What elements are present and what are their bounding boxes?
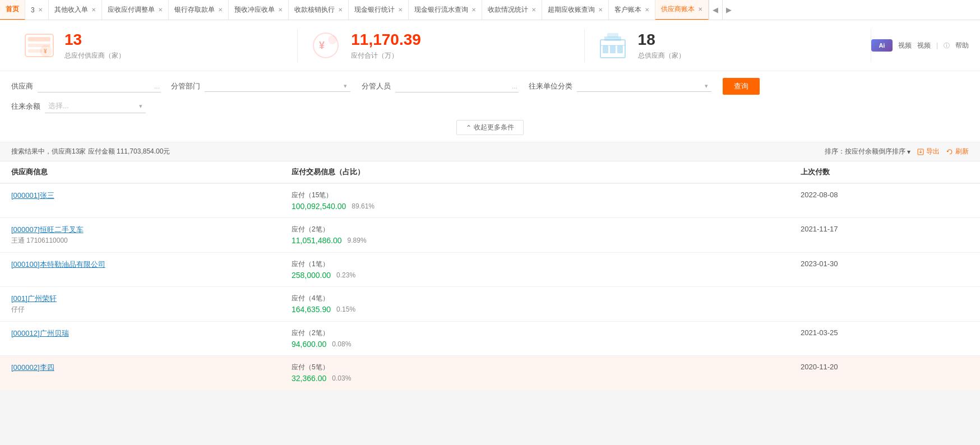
video-link[interactable]: 视频 [898, 41, 912, 50]
filter-supplier: 供应商 ... [11, 80, 160, 92]
svg-text:¥: ¥ [319, 40, 325, 51]
nav-tab-customer-ledger[interactable]: 客户账本 ✕ [609, 0, 655, 20]
close-icon[interactable]: ✕ [158, 7, 163, 13]
close-icon[interactable]: ✕ [91, 7, 96, 13]
close-icon[interactable]: ✕ [645, 7, 649, 13]
nav-tab-label: 现金银行流水查询 [414, 5, 468, 15]
help-icon: ⓘ [944, 41, 950, 50]
nav-prev-arrow[interactable]: ◀ [709, 0, 722, 20]
refresh-label: 刷新 [955, 147, 969, 156]
balance-filter-select[interactable]: 选择... ▾ [45, 99, 146, 113]
collapse-icon: ⌃ [466, 124, 471, 132]
export-icon [917, 149, 924, 155]
last-pay-date: 2020-11-20 [801, 363, 838, 371]
nav-tab-prepay-offset[interactable]: 预收冲应收单 ✕ [229, 0, 289, 20]
person-filter-label: 分管人员 [362, 81, 391, 91]
close-icon[interactable]: ✕ [278, 7, 283, 13]
table-row: [000007]恒旺二手叉车 王通 17106110000 应付（2笔） 11,… [0, 218, 980, 253]
nav-tab-label: 应收应付调整单 [108, 5, 155, 15]
tx-percent: 0.03% [332, 374, 351, 382]
supplier-cell: [000100]本特勒油品有限公司 [11, 259, 292, 280]
video-label[interactable]: 视频 [917, 41, 931, 50]
supplier-link[interactable]: [000001]张三 [11, 191, 292, 201]
col-header-supplier: 供应商信息 [11, 167, 292, 177]
close-icon[interactable]: ✕ [598, 7, 603, 13]
person-filter-input[interactable] [395, 80, 519, 92]
filter-row-2: 往来余额 选择... ▾ [11, 99, 969, 113]
close-icon[interactable]: ✕ [698, 6, 702, 12]
supplier-link[interactable]: [001]广州荣轩 [11, 294, 292, 304]
tx-cell: 应付（2笔） 11,051,486.00 9.89% [292, 225, 801, 245]
stat-block-ap-suppliers: ¥ 13 总应付供应商（家） [11, 29, 298, 62]
filter-area: 供应商 ... 分管部门 ▾ 分管人员 ... 往来单位分类 ▾ 查询 [0, 71, 980, 142]
close-icon[interactable]: ✕ [471, 7, 476, 13]
refresh-button[interactable]: 刷新 [946, 147, 969, 156]
tx-cell: 应付（5笔） 32,366.00 0.03% [292, 363, 801, 383]
refresh-icon [946, 149, 953, 155]
result-bar: 搜索结果中，供应商13家 应付金额 111,703,854.00元 排序：按应付… [0, 142, 980, 161]
collapse-label: 收起更多条件 [474, 123, 514, 132]
tx-row: 94,600.00 0.08% [292, 340, 801, 349]
nav-tab-label: 现金银行统计 [354, 5, 395, 15]
help-label[interactable]: 帮助 [955, 41, 969, 50]
ai-badge[interactable]: Ai [871, 39, 893, 52]
balance-select-placeholder: 选择... [48, 101, 139, 111]
close-icon[interactable]: ✕ [38, 7, 43, 13]
tx-percent: 89.61% [352, 202, 375, 210]
close-icon[interactable]: ✕ [531, 7, 536, 13]
close-icon[interactable]: ✕ [218, 7, 223, 13]
nav-tab-label: 3 [31, 6, 35, 14]
nav-tab-receipt-stat[interactable]: 收款情况统计 ✕ [482, 0, 542, 20]
stat-info-total-suppliers: 18 总供应商（家） [638, 31, 685, 61]
nav-tab-label: 收款核销执行 [294, 5, 335, 15]
ap-total-icon: ¥ [309, 29, 343, 62]
nav-tab-cash-flow-query[interactable]: 现金银行流水查询 ✕ [409, 0, 482, 20]
nav-tab-ar-ap-adjust[interactable]: 应收应付调整单 ✕ [102, 0, 169, 20]
nav-tab-home[interactable]: 首页 [0, 0, 25, 20]
nav-tab-bank-deposit[interactable]: 银行存取款单 ✕ [169, 0, 229, 20]
close-icon[interactable]: ✕ [398, 7, 403, 13]
last-pay-cell: 2021-11-17 [801, 225, 969, 245]
nav-tab-label: 银行存取款单 [174, 5, 215, 15]
supplier-link[interactable]: [000100]本特勒油品有限公司 [11, 259, 292, 270]
tx-amount: 100,092,540.00 [292, 202, 346, 211]
stats-header: ¥ 13 总应付供应商（家） ¥ 11,170.39 应付合计（万） [0, 20, 980, 71]
export-button[interactable]: 导出 [917, 147, 940, 156]
stat-info-ap-total: 11,170.39 应付合计（万） [351, 31, 421, 61]
last-pay-date: 2021-03-25 [801, 328, 838, 337]
dept-filter-select[interactable]: ▾ [205, 81, 350, 92]
dept-filter-label: 分管部门 [171, 81, 200, 91]
supplier-input-dots: ... [154, 82, 160, 90]
chevron-down-icon: ▾ [705, 82, 708, 90]
stat-block-total-suppliers: 18 总供应商（家） [585, 29, 871, 62]
nav-tab-receipt-exec[interactable]: 收款核销执行 ✕ [289, 0, 349, 20]
last-pay-cell: 2022-08-08 [801, 191, 969, 211]
collapse-button[interactable]: ⌃ 收起更多条件 [456, 120, 524, 135]
stat-num-total-suppliers: 18 [638, 31, 685, 49]
supplier-link[interactable]: [000007]恒旺二手叉车 [11, 225, 292, 235]
nav-tab-supplier-ledger[interactable]: 供应商账本 ✕ [655, 0, 709, 20]
category-filter-label: 往来单位分类 [529, 81, 572, 91]
svg-text:¥: ¥ [44, 48, 47, 54]
nav-tab-other-income[interactable]: 其他收入单 ✕ [49, 0, 102, 20]
ai-badge-label: Ai [879, 42, 885, 49]
stat-block-ap-total: ¥ 11,170.39 应付合计（万） [298, 29, 584, 62]
supplier-filter-input[interactable] [38, 80, 161, 92]
sort-button[interactable]: 排序：按应付余额倒序排序 ▾ [825, 147, 910, 156]
nav-next-arrow[interactable]: ▶ [722, 0, 736, 20]
filter-category: 往来单位分类 ▾ [529, 81, 711, 92]
last-pay-cell: 2023-01-30 [801, 259, 969, 280]
nav-tab-overdue-ar[interactable]: 超期应收账查询 ✕ [542, 0, 609, 20]
last-pay-date: 2021-11-17 [801, 225, 838, 233]
query-button[interactable]: 查询 [723, 78, 760, 95]
nav-tab-3[interactable]: 3 ✕ [25, 0, 49, 20]
supplier-link[interactable]: [000012]广州贝瑞 [11, 328, 292, 339]
supplier-sub: 王通 17106110000 [11, 236, 292, 245]
category-filter-select[interactable]: ▾ [577, 81, 711, 92]
last-pay-cell: 2021-03-25 [801, 328, 969, 349]
supplier-link[interactable]: [000002]李四 [11, 363, 292, 373]
svg-point-8 [328, 35, 337, 44]
stat-label-total-suppliers: 总供应商（家） [638, 51, 685, 61]
close-icon[interactable]: ✕ [338, 7, 343, 13]
nav-tab-cash-bank-stat[interactable]: 现金银行统计 ✕ [349, 0, 409, 20]
